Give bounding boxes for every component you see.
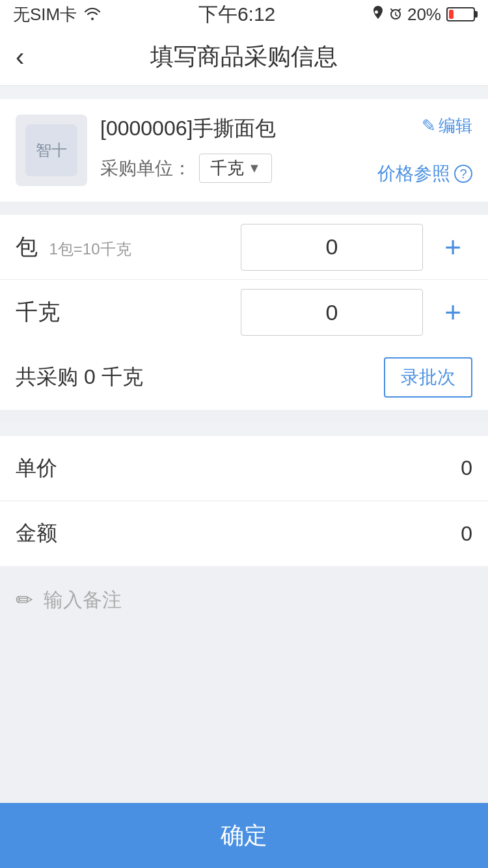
alarm-icon — [389, 5, 402, 25]
note-placeholder: 输入备注 — [44, 587, 122, 614]
product-name: [0000006]手撕面包 — [100, 115, 472, 143]
product-image: 智十 — [16, 115, 87, 186]
bao-label: 包 1包=10千克 — [16, 232, 131, 262]
pencil-icon: ✏ — [16, 588, 33, 612]
unit-value: 千克 — [210, 157, 244, 180]
nav-bar: ‹ 填写商品采购信息 — [0, 29, 488, 86]
amount-row: 金额 0 — [0, 501, 488, 566]
battery-percent: 20% — [407, 5, 441, 25]
unit-label: 采购单位： — [100, 156, 191, 181]
product-logo: 智十 — [25, 124, 77, 176]
bao-input-row: 包 1包=10千克 0 + — [0, 215, 488, 280]
wifi-icon — [83, 5, 102, 25]
total-row: 共采购 0 千克 录批次 — [0, 345, 488, 410]
price-section: 单价 0 金额 0 — [0, 436, 488, 566]
back-button[interactable]: ‹ — [16, 42, 24, 72]
amount-label: 金额 — [16, 519, 57, 548]
location-icon — [372, 5, 384, 25]
separator-2 — [0, 410, 488, 423]
kg-plus-button[interactable]: + — [433, 293, 472, 332]
battery-icon — [446, 7, 475, 21]
status-left: 无SIM卡 — [13, 3, 102, 26]
status-right: 20% — [372, 5, 475, 25]
unit-price-value: 0 — [461, 456, 472, 480]
edit-icon: ✎ — [422, 116, 436, 136]
bao-sublabel: 1包=10千克 — [49, 240, 131, 258]
separator-1 — [0, 202, 488, 215]
unit-price-label: 单价 — [16, 454, 57, 483]
kg-input-row: 千克 0 + — [0, 280, 488, 345]
carrier-text: 无SIM卡 — [13, 3, 77, 26]
confirm-button[interactable]: 确定 — [0, 803, 488, 868]
kg-field-wrap: 0 + — [120, 289, 472, 336]
bao-field-wrap: 0 + — [131, 224, 472, 271]
help-icon: ? — [454, 165, 472, 183]
total-text: 共采购 0 千克 — [16, 363, 143, 392]
product-card: 智十 [0000006]手撕面包 采购单位： 千克 ▼ ✎ 编辑 价格参照 ? — [0, 99, 488, 202]
price-ref-label: 价格参照 — [377, 161, 450, 186]
dropdown-arrow-icon: ▼ — [248, 161, 261, 176]
edit-label: 编辑 — [439, 115, 472, 137]
kg-label: 千克 — [16, 297, 120, 327]
content-filler — [0, 632, 488, 815]
status-time: 下午6:12 — [198, 1, 275, 28]
input-section: 包 1包=10千克 0 + 千克 0 + — [0, 215, 488, 345]
amount-value: 0 — [461, 522, 472, 546]
unit-select[interactable]: 千克 ▼ — [199, 154, 272, 183]
edit-link[interactable]: ✎ 编辑 — [422, 115, 472, 137]
status-bar: 无SIM卡 下午6:12 20% — [0, 0, 488, 29]
unit-price-row: 单价 0 — [0, 436, 488, 501]
note-section[interactable]: ✏ 输入备注 — [0, 567, 488, 632]
batch-button[interactable]: 录批次 — [384, 357, 472, 398]
price-ref-link[interactable]: 价格参照 ? — [377, 161, 472, 186]
page-title: 填写商品采购信息 — [150, 41, 338, 73]
bao-input-box[interactable]: 0 — [241, 224, 423, 271]
bao-plus-button[interactable]: + — [433, 228, 472, 267]
kg-input-box[interactable]: 0 — [241, 289, 423, 336]
